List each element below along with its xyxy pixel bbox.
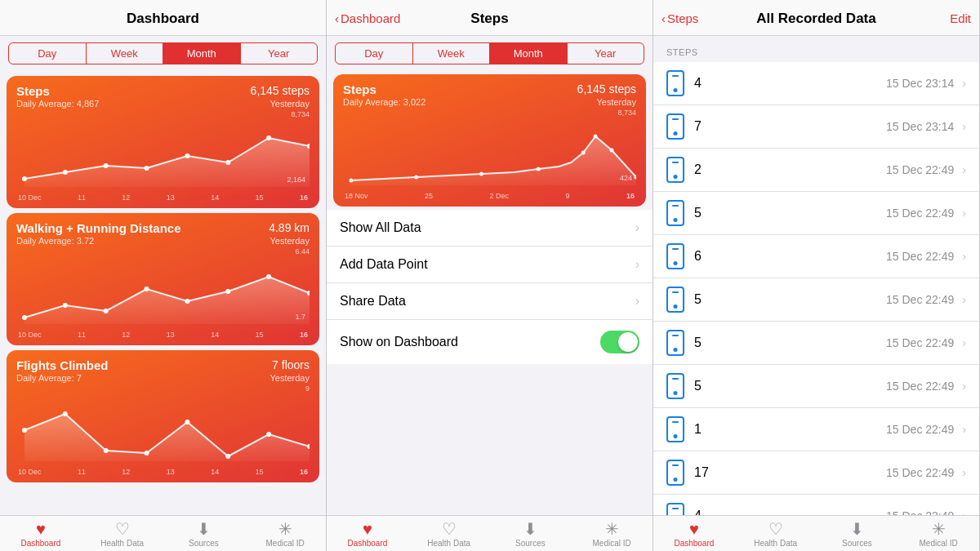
svg-point-25 bbox=[185, 420, 189, 424]
svg-point-34 bbox=[581, 151, 586, 155]
steps-chart: 2,164 bbox=[16, 123, 310, 189]
svg-point-22 bbox=[63, 411, 68, 416]
data-date: 15 Dec 22:49 bbox=[886, 336, 954, 349]
table-row[interactable]: 4 15 Dec 23:14 › bbox=[653, 62, 979, 105]
all-recorded-body: STEPS 4 15 Dec 23:14 › 7 15 Dec 23:14 › … bbox=[653, 36, 979, 515]
steps-x-labels: 10 Dec111213141516 bbox=[16, 193, 310, 202]
walking-card-title: Walking + Running Distance bbox=[16, 221, 310, 235]
data-date: 15 Dec 22:49 bbox=[886, 509, 954, 515]
phone-icon bbox=[666, 503, 684, 515]
all-recorded-header: ‹ Steps All Recorded Data Edit bbox=[653, 0, 979, 36]
tab-dashboard-1[interactable]: ♥︎ Dashboard bbox=[0, 519, 82, 549]
table-row[interactable]: 5 15 Dec 22:49 › bbox=[653, 192, 979, 235]
flights-card-value: 7 floors bbox=[272, 358, 310, 371]
table-row[interactable]: 5 15 Dec 22:49 › bbox=[653, 278, 979, 322]
row-chevron: › bbox=[962, 77, 966, 90]
svg-point-3 bbox=[104, 163, 109, 168]
table-row[interactable]: 2 15 Dec 22:49 › bbox=[653, 149, 979, 192]
tab-health-3[interactable]: ♡ Health Data bbox=[735, 519, 817, 549]
steps-chart-high: 8,734 bbox=[343, 109, 636, 117]
row-chevron: › bbox=[962, 163, 966, 176]
seg-year-2[interactable]: Year bbox=[568, 43, 644, 64]
tab-medical-3[interactable]: ✳ Medical ID bbox=[898, 519, 979, 549]
all-recorded-tab-bar: ♥︎ Dashboard ♡ Health Data ⬇ Sources ✳ M… bbox=[653, 515, 979, 551]
tab-dashboard-label-1: Dashboard bbox=[20, 539, 60, 548]
tab-sources-2[interactable]: ⬇ Sources bbox=[490, 519, 572, 549]
data-value: 4 bbox=[694, 76, 886, 91]
tab-health-1[interactable]: ♡ Health Data bbox=[82, 519, 163, 549]
steps-card[interactable]: Steps Daily Average: 4,867 6,145 steps Y… bbox=[7, 76, 319, 208]
tab-dashboard-label-3: Dashboard bbox=[674, 539, 714, 548]
add-data-point-item[interactable]: Add Data Point › bbox=[327, 247, 653, 283]
seg-month-1[interactable]: Month bbox=[163, 43, 241, 64]
svg-point-14 bbox=[145, 287, 149, 291]
svg-point-35 bbox=[594, 135, 598, 139]
steps-main-avg: Daily Average: 3,022 bbox=[343, 97, 636, 107]
row-chevron: › bbox=[962, 423, 966, 436]
table-row[interactable]: 5 15 Dec 22:49 › bbox=[653, 322, 979, 365]
table-row[interactable]: 7 15 Dec 23:14 › bbox=[653, 105, 979, 149]
svg-point-36 bbox=[610, 149, 614, 153]
flights-card-title: Flights Climbed bbox=[16, 358, 310, 372]
svg-point-4 bbox=[145, 166, 149, 171]
data-date: 15 Dec 22:49 bbox=[886, 163, 954, 176]
edit-button[interactable]: Edit bbox=[950, 11, 971, 25]
tab-health-2[interactable]: ♡ Health Data bbox=[408, 519, 490, 549]
row-chevron: › bbox=[962, 380, 966, 393]
row-chevron: › bbox=[962, 120, 966, 133]
steps-card-date: Yesterday bbox=[270, 99, 310, 109]
tab-dashboard-3[interactable]: ♥︎ Dashboard bbox=[653, 519, 735, 549]
walking-card[interactable]: Walking + Running Distance Daily Average… bbox=[7, 213, 319, 345]
phone-icon bbox=[666, 70, 684, 96]
svg-point-30 bbox=[349, 179, 353, 183]
tab-medical-label-3: Medical ID bbox=[920, 539, 958, 548]
seg-day-2[interactable]: Day bbox=[336, 43, 413, 64]
table-row[interactable]: 4 15 Dec 22:49 › bbox=[653, 495, 979, 515]
back-to-dashboard[interactable]: ‹ Dashboard bbox=[335, 11, 400, 25]
seg-year-1[interactable]: Year bbox=[241, 43, 318, 64]
table-row[interactable]: 6 15 Dec 22:49 › bbox=[653, 235, 979, 278]
tab-sources-3[interactable]: ⬇ Sources bbox=[817, 519, 898, 549]
tab-medical-2[interactable]: ✳ Medical ID bbox=[571, 519, 653, 549]
table-row[interactable]: 5 15 Dec 22:49 › bbox=[653, 365, 979, 408]
steps-title: Steps bbox=[470, 11, 508, 27]
back-to-steps[interactable]: ‹ Steps bbox=[662, 11, 698, 25]
flights-card[interactable]: Flights Climbed Daily Average: 7 7 floor… bbox=[7, 350, 319, 482]
svg-point-32 bbox=[479, 172, 483, 176]
walking-x-labels: 10 Dec111213141516 bbox=[16, 331, 310, 339]
tab-sources-label-2: Sources bbox=[515, 539, 546, 548]
seg-day-1[interactable]: Day bbox=[9, 43, 87, 64]
svg-point-2 bbox=[63, 170, 68, 175]
tab-sources-1[interactable]: ⬇ Sources bbox=[163, 519, 245, 549]
seg-week-1[interactable]: Week bbox=[87, 43, 164, 64]
table-row[interactable]: 1 15 Dec 22:49 › bbox=[653, 408, 979, 451]
data-date: 15 Dec 22:49 bbox=[886, 293, 954, 306]
show-on-dashboard-toggle[interactable] bbox=[600, 331, 639, 353]
share-data-item[interactable]: Share Data › bbox=[327, 283, 653, 320]
all-recorded-title: All Recorded Data bbox=[756, 11, 875, 27]
seg-week-2[interactable]: Week bbox=[413, 43, 491, 64]
share-data-label: Share Data bbox=[340, 294, 406, 309]
tab-medical-1[interactable]: ✳ Medical ID bbox=[244, 519, 326, 549]
back-chevron-2: ‹ bbox=[662, 11, 666, 25]
svg-text:2,164: 2,164 bbox=[287, 176, 305, 184]
walking-card-date: Yesterday bbox=[270, 236, 310, 246]
steps-panel: ‹ Dashboard Steps Day Week Month Year St… bbox=[327, 0, 653, 551]
seg-month-2[interactable]: Month bbox=[490, 43, 568, 64]
walking-card-avg: Daily Average: 3.72 bbox=[16, 236, 310, 246]
data-value: 5 bbox=[694, 379, 886, 393]
show-all-data-item[interactable]: Show All Data › bbox=[327, 210, 653, 247]
table-row[interactable]: 17 15 Dec 22:49 › bbox=[653, 451, 979, 495]
add-data-point-chevron: › bbox=[635, 257, 639, 272]
svg-point-26 bbox=[225, 454, 230, 459]
steps-menu-body: Show All Data › Add Data Point › Share D… bbox=[327, 210, 653, 515]
sources-icon-1: ⬇ bbox=[197, 521, 211, 537]
data-value: 2 bbox=[694, 162, 886, 177]
svg-point-11 bbox=[22, 315, 27, 320]
show-all-data-label: Show All Data bbox=[340, 220, 421, 235]
walking-high: 6.44 bbox=[16, 247, 310, 256]
tab-dashboard-2[interactable]: ♥︎ Dashboard bbox=[327, 519, 408, 549]
health-icon-2: ♡ bbox=[442, 521, 457, 537]
svg-point-33 bbox=[537, 167, 541, 171]
data-date: 15 Dec 22:49 bbox=[886, 207, 954, 220]
